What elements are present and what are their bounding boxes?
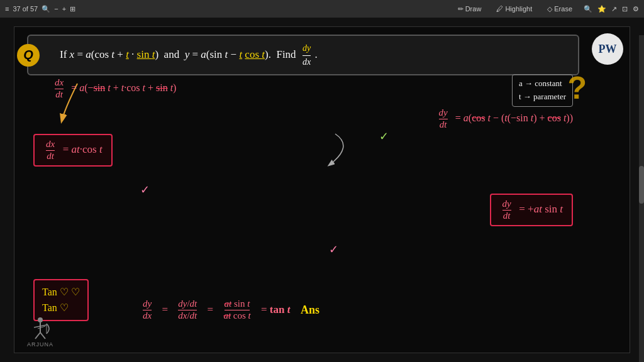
final-dy-dt: dy/dt dx/dt	[178, 299, 197, 321]
search-icon2[interactable]: 🔍	[584, 5, 592, 13]
question-text: If x = a(cos t + t · sin t) and y = a(si…	[60, 42, 318, 68]
final-dy-frac: dy dx	[143, 299, 152, 321]
dx-result-fraction: dx dt	[46, 139, 55, 162]
arjuna-logo: ARJUNA	[27, 315, 53, 348]
dy-dx-denominator: dx	[303, 56, 311, 69]
svg-text:✓: ✓	[379, 130, 389, 143]
nav-next[interactable]: +	[62, 5, 66, 13]
final-at-frac: at sin t at cos t	[223, 299, 250, 321]
math-area: ✓ ✓ ✓ dx dt	[27, 71, 586, 346]
bookmark-icon[interactable]: ⭐	[597, 5, 606, 13]
highlight-tool[interactable]: 🖊 Highlight	[492, 4, 536, 14]
tan-line1: Tan ♡ ♡	[42, 284, 80, 300]
svg-text:✓: ✓	[329, 243, 338, 256]
view-icon[interactable]: ⊞	[70, 5, 75, 13]
window-icon[interactable]: ⊡	[622, 5, 628, 13]
dy-dt-expansion: dy dt = a(cos t − (t(−sin t) + cos t))	[436, 107, 573, 130]
annotation-line1: a → constant	[519, 77, 566, 90]
toolbar-icons: 🔍 ⭐ ↗ ⊡ ⚙	[584, 5, 639, 13]
svg-line-7	[40, 332, 45, 339]
dy-dx-fraction: dy dx	[303, 42, 311, 68]
menu-icon[interactable]: ≡	[5, 5, 9, 13]
dy-exp-fraction: dy dt	[439, 107, 448, 130]
draw-tool[interactable]: ✏ Draw	[454, 4, 486, 14]
pw-logo: PW	[592, 33, 623, 65]
page-number: 37 of 57	[13, 5, 38, 13]
erase-tool[interactable]: ◇ Erase	[543, 4, 576, 14]
question-box: Q If x = a(cos t + t · sin t) and y = a(…	[27, 35, 579, 75]
share-icon[interactable]: ↗	[611, 5, 617, 13]
scrollbar-thumb[interactable]	[639, 166, 644, 204]
toolbar: ≡ 37 of 57 🔍 − + ⊞ ✏ Draw 🖊 Highlight ◇ …	[0, 0, 644, 18]
dy-dx-numerator: dy	[303, 42, 311, 56]
search-icon[interactable]: 🔍	[42, 5, 50, 13]
dx-fraction: dx dt	[55, 77, 64, 100]
slide: Q If x = a(cos t + t · sin t) and y = a(…	[14, 26, 630, 353]
toolbar-left: ≡ 37 of 57 🔍 − + ⊞	[5, 5, 75, 13]
scrollbar[interactable]	[639, 35, 644, 362]
annotation-box: a → constant t → parameter	[512, 74, 573, 107]
dx-dt-expansion: dx dt = a(−sin t + t·cos t + sin t)	[52, 77, 176, 100]
main-content: Q If x = a(cos t + t · sin t) and y = a(…	[0, 18, 644, 362]
toolbar-right: ✏ Draw 🖊 Highlight ◇ Erase 🔍 ⭐ ↗ ⊡ ⚙	[454, 4, 639, 14]
dy-dt-result-box: dy dt = +at sin t	[490, 194, 573, 226]
svg-text:✓: ✓	[140, 184, 150, 196]
annotation-line2: t → parameter	[519, 90, 566, 104]
arjuna-label: ARJUNA	[27, 341, 53, 348]
q-label: Q	[23, 48, 33, 62]
tan-line2: Tan ♡	[42, 300, 80, 316]
settings-icon[interactable]: ⚙	[633, 5, 639, 13]
archer-icon	[28, 315, 53, 340]
svg-line-6	[35, 332, 40, 339]
dx-dt-result-box: dx dt = at·cos t	[33, 134, 113, 167]
q-circle: Q	[17, 44, 40, 67]
nav-prev[interactable]: −	[54, 5, 58, 13]
dy-result-fraction: dy dt	[502, 199, 511, 221]
question-mark-decoration: ?	[567, 70, 587, 106]
ans-label: Ans	[301, 304, 319, 317]
svg-point-3	[38, 317, 43, 322]
answer-line: dy dx = dy/dt dx/dt = at sin t at cos t	[140, 299, 567, 321]
